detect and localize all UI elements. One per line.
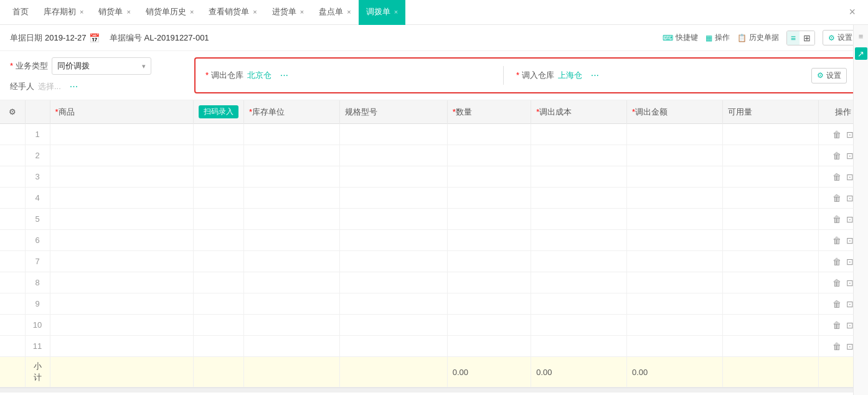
calendar-icon[interactable]: 📅 <box>89 33 100 43</box>
tab-close-inventory-init[interactable]: × <box>80 8 83 16</box>
transfer-out-value[interactable]: 北京仓 <box>247 70 271 81</box>
transfer-out-field: * 调出仓库 北京仓 ··· <box>205 70 491 81</box>
row-qty-cell <box>447 336 531 357</box>
delete-icon[interactable]: 🗑 <box>833 320 841 330</box>
row-scan-cell <box>194 230 244 251</box>
tab-sales-history[interactable]: 销货单历史 × <box>138 0 201 25</box>
tab-close-sales-order[interactable]: × <box>126 8 130 16</box>
subtotal-qty: 0.00 <box>447 357 531 388</box>
row-cost-cell <box>531 166 627 188</box>
table-row: 3 🗑 ⊡ <box>0 166 868 188</box>
row-num-cell: 10 <box>25 315 50 336</box>
tab-transfer-order[interactable]: 调拨单 × <box>359 0 405 25</box>
row-amount-cell <box>626 230 722 251</box>
row-avail-cell <box>722 336 818 357</box>
row-goods-cell <box>50 166 194 188</box>
person-select[interactable]: 选择... <box>38 81 61 92</box>
operation-btn[interactable]: ▦ 操作 <box>705 32 730 43</box>
person-dots-btn[interactable]: ··· <box>70 81 78 92</box>
table-row: 7 🗑 ⊡ <box>0 251 868 272</box>
row-unit-cell <box>244 293 340 315</box>
tab-sales-order[interactable]: 销货单 × <box>91 0 138 25</box>
delete-icon[interactable]: 🗑 <box>833 151 841 161</box>
row-spec-cell <box>339 272 447 293</box>
row-unit-cell <box>244 209 340 230</box>
tab-close-view-sales[interactable]: × <box>253 8 257 16</box>
history-btn[interactable]: 📋 历史单据 <box>737 32 779 43</box>
row-qty-cell <box>447 124 531 145</box>
operation-icon: ▦ <box>705 34 712 42</box>
tab-purchase-order[interactable]: 进货单 × <box>265 0 311 25</box>
row-goods-cell <box>50 272 194 293</box>
tab-close-purchase-order[interactable]: × <box>300 8 304 16</box>
row-num-cell: 6 <box>25 230 50 251</box>
transfer-out-dots-btn[interactable]: ··· <box>280 70 288 81</box>
scan-btn[interactable]: 扫码录入 <box>199 105 238 118</box>
delete-icon[interactable]: 🗑 <box>833 278 841 288</box>
tab-close-sales-history[interactable]: × <box>190 8 194 16</box>
row-spec-cell <box>339 315 447 336</box>
delete-icon[interactable]: 🗑 <box>833 257 841 267</box>
transfer-in-value[interactable]: 上海仓 <box>558 70 582 81</box>
row-avail-cell <box>722 188 818 209</box>
delete-icon[interactable]: 🗑 <box>833 236 841 245</box>
sidebar-export-icon[interactable]: ↗ <box>855 47 867 60</box>
tab-inventory-init[interactable]: 库存期初 × <box>36 0 91 25</box>
row-amount-cell <box>626 124 722 145</box>
row-spec-cell <box>339 230 447 251</box>
window-close-button[interactable]: × <box>841 6 863 19</box>
dropdown-arrow-icon: ▾ <box>142 62 146 70</box>
tab-view-sales[interactable]: 查看销货单 × <box>201 0 264 25</box>
row-amount-cell <box>626 209 722 230</box>
layout-list-btn[interactable]: ≡ <box>787 31 800 45</box>
row-gear-cell <box>0 272 25 293</box>
row-qty-cell <box>447 230 531 251</box>
delete-icon[interactable]: 🗑 <box>833 172 841 182</box>
row-amount-cell <box>626 272 722 293</box>
row-qty-cell <box>447 293 531 315</box>
transfer-in-field: * 调入仓库 上海仓 ··· <box>516 70 801 81</box>
table-row: 10 🗑 ⊡ <box>0 315 868 336</box>
row-gear-cell <box>0 145 25 166</box>
tab-inventory-check[interactable]: 盘点单 × <box>311 0 358 25</box>
number-value: AL-20191227-001 <box>144 33 209 42</box>
tab-home[interactable]: 首页 <box>5 0 36 25</box>
row-goods-cell <box>50 230 194 251</box>
row-gear-cell <box>0 166 25 188</box>
row-goods-cell <box>50 209 194 230</box>
bottom-scrollbar[interactable] <box>0 388 868 393</box>
table-row: 1 🗑 ⊡ <box>0 124 868 145</box>
row-num-cell: 2 <box>25 145 50 166</box>
shortcut-btn[interactable]: ⌨ 快捷键 <box>663 32 698 43</box>
delete-icon[interactable]: 🗑 <box>833 341 841 351</box>
table-row: 9 🗑 ⊡ <box>0 293 868 315</box>
business-type-field: * 业务类型 同价调拨 ▾ <box>10 57 184 75</box>
delete-icon[interactable]: 🗑 <box>833 193 841 203</box>
row-qty-cell <box>447 188 531 209</box>
delete-icon[interactable]: 🗑 <box>833 299 841 309</box>
transfer-in-label: * 调入仓库 <box>516 70 554 81</box>
col-header-amount: *调出金额 <box>626 100 722 124</box>
transfer-in-dots-btn[interactable]: ··· <box>591 70 599 81</box>
row-goods-cell <box>50 251 194 272</box>
table-gear-icon[interactable]: ⚙ <box>9 107 16 117</box>
layout-grid-btn[interactable]: ⊞ <box>800 31 814 45</box>
row-gear-cell <box>0 315 25 336</box>
settings-gear-icon: ⚙ <box>828 34 835 42</box>
row-goods-cell <box>50 336 194 357</box>
required-star-2: * <box>205 70 209 80</box>
delete-icon[interactable]: 🗑 <box>833 130 841 140</box>
row-num-cell: 4 <box>25 188 50 209</box>
row-gear-cell <box>0 251 25 272</box>
delete-icon[interactable]: 🗑 <box>833 214 841 224</box>
tab-close-transfer-order[interactable]: × <box>394 8 398 16</box>
row-cost-cell <box>531 124 627 145</box>
row-spec-cell <box>339 336 447 357</box>
row-goods-cell <box>50 315 194 336</box>
sidebar-list-icon[interactable]: ≡ <box>855 30 867 42</box>
row-unit-cell <box>244 145 340 166</box>
warehouse-settings-btn[interactable]: ⚙ 设置 <box>811 68 847 83</box>
tab-close-inventory-check[interactable]: × <box>347 8 351 16</box>
row-avail-cell <box>722 251 818 272</box>
business-type-select[interactable]: 同价调拨 ▾ <box>52 57 151 75</box>
